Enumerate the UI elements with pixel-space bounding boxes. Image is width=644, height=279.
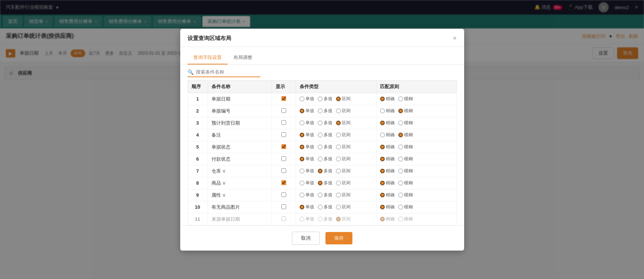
- radio-match-match_fuzzy[interactable]: 模糊: [398, 96, 413, 102]
- display-checkbox[interactable]: [281, 132, 286, 137]
- display-checkbox[interactable]: [281, 168, 286, 173]
- radio-type-type_single[interactable]: 单值: [300, 192, 314, 198]
- radio-type-type_multi[interactable]: 多值: [318, 204, 332, 210]
- radio-type-type_range[interactable]: 区间: [336, 96, 351, 102]
- cell-order: 10: [187, 201, 208, 213]
- th-order: 顺序: [187, 80, 208, 93]
- radio-type-type_multi[interactable]: 多值: [318, 216, 332, 222]
- radio-match-match_exact[interactable]: 精确: [380, 180, 395, 186]
- radio-match-match_exact[interactable]: 精确: [380, 120, 395, 126]
- match-radio-group: 精确模糊: [380, 96, 453, 102]
- cell-type: 单值多值区间: [296, 141, 376, 153]
- radio-type-type_range[interactable]: 区间: [336, 216, 351, 222]
- display-checkbox[interactable]: [281, 192, 286, 197]
- display-checkbox[interactable]: [281, 144, 286, 149]
- cell-type: 单值多值区间: [296, 165, 376, 177]
- tab-query-fields-label: 查询字段设置: [193, 55, 222, 60]
- radio-type-type_single[interactable]: 单值: [300, 180, 314, 186]
- display-checkbox[interactable]: [281, 216, 286, 221]
- radio-type-type_range[interactable]: 区间: [336, 180, 351, 186]
- radio-match-match_fuzzy[interactable]: 模糊: [398, 120, 413, 126]
- conditions-table: 顺序 条件名称 显示 条件类型 匹配原则 1单据日期单值多值区间精确模糊2单据编…: [187, 80, 457, 225]
- radio-match-match_exact[interactable]: 精确: [380, 132, 395, 138]
- display-checkbox[interactable]: [281, 96, 286, 101]
- radio-type-type_multi[interactable]: 多值: [318, 180, 332, 186]
- type-radio-group: 单值多值区间: [300, 144, 372, 150]
- radio-type-type_single[interactable]: 单值: [300, 132, 314, 138]
- cell-order: 5: [187, 141, 208, 153]
- radio-match-match_exact[interactable]: 精确: [380, 156, 395, 162]
- radio-match-match_fuzzy[interactable]: 模糊: [398, 216, 413, 222]
- radio-match-match_exact[interactable]: 精确: [380, 144, 395, 150]
- radio-match-match_fuzzy[interactable]: 模糊: [398, 108, 413, 114]
- radio-type-type_range[interactable]: 区间: [336, 192, 351, 198]
- cell-order: 1: [187, 93, 208, 105]
- radio-type-type_range[interactable]: 区间: [336, 168, 351, 174]
- dialog-footer: 取消 保存: [180, 225, 464, 251]
- radio-match-match_exact[interactable]: 精确: [380, 108, 395, 114]
- dialog-close-button[interactable]: ×: [453, 35, 457, 42]
- cancel-button[interactable]: 取消: [292, 232, 320, 245]
- match-radio-group: 精确模糊: [380, 180, 453, 186]
- display-checkbox[interactable]: [281, 108, 286, 113]
- table-row: 11来源单据日期单值多值区间精确模糊: [187, 213, 457, 225]
- radio-type-type_single[interactable]: 单值: [300, 108, 314, 114]
- radio-type-type_multi[interactable]: 多值: [318, 192, 332, 198]
- dialog-tabs: 查询字段设置 布局调整: [180, 47, 464, 65]
- radio-type-type_single[interactable]: 单值: [300, 216, 314, 222]
- radio-type-type_multi[interactable]: 多值: [318, 132, 332, 138]
- radio-type-type_multi[interactable]: 多值: [318, 168, 332, 174]
- cell-name: 单据编号: [208, 105, 272, 117]
- radio-match-match_exact[interactable]: 精确: [380, 216, 395, 222]
- radio-type-type_multi[interactable]: 多值: [318, 156, 332, 162]
- display-checkbox[interactable]: [281, 204, 286, 209]
- radio-match-match_fuzzy[interactable]: 模糊: [398, 144, 413, 150]
- radio-type-type_single[interactable]: 单值: [300, 96, 314, 102]
- radio-type-type_single[interactable]: 单值: [300, 156, 314, 162]
- cell-match: 精确模糊: [376, 141, 457, 153]
- radio-match-match_exact[interactable]: 精确: [380, 96, 395, 102]
- cell-match: 精确模糊: [376, 93, 457, 105]
- cell-order: 4: [187, 129, 208, 141]
- radio-type-type_single[interactable]: 单值: [300, 144, 314, 150]
- radio-type-type_range[interactable]: 区间: [336, 120, 351, 126]
- radio-type-type_range[interactable]: 区间: [336, 156, 351, 162]
- cell-name: 单据状态: [208, 141, 272, 153]
- save-button[interactable]: 保存: [325, 232, 352, 244]
- display-checkbox[interactable]: [281, 180, 286, 185]
- radio-match-match_fuzzy[interactable]: 模糊: [398, 180, 413, 186]
- radio-type-type_range[interactable]: 区间: [336, 204, 351, 210]
- tab-query-fields[interactable]: 查询字段设置: [187, 51, 228, 64]
- cell-type: 单值多值区间: [296, 177, 376, 189]
- radio-match-match_exact[interactable]: 精确: [380, 168, 395, 174]
- radio-match-match_fuzzy[interactable]: 模糊: [398, 192, 413, 198]
- type-radio-group: 单值多值区间: [300, 168, 372, 174]
- radio-type-type_multi[interactable]: 多值: [318, 144, 332, 150]
- cell-order: 9: [187, 189, 208, 201]
- radio-match-match_fuzzy[interactable]: 模糊: [398, 156, 413, 162]
- cell-display: [272, 165, 296, 177]
- type-radio-group: 单值多值区间: [300, 204, 372, 210]
- display-checkbox[interactable]: [281, 120, 286, 125]
- radio-match-match_exact[interactable]: 精确: [380, 192, 395, 198]
- radio-type-type_multi[interactable]: 多值: [318, 120, 332, 126]
- radio-match-match_fuzzy[interactable]: 模糊: [398, 132, 413, 138]
- radio-type-type_single[interactable]: 单值: [300, 168, 314, 174]
- radio-match-match_fuzzy[interactable]: 模糊: [398, 168, 413, 174]
- tab-layout[interactable]: 布局调整: [228, 51, 258, 64]
- radio-type-type_multi[interactable]: 多值: [318, 108, 332, 114]
- radio-type-type_range[interactable]: 区间: [336, 108, 351, 114]
- display-checkbox[interactable]: [281, 156, 286, 161]
- radio-type-type_range[interactable]: 区间: [336, 144, 351, 150]
- cell-name: 属性 ∨: [208, 189, 272, 201]
- cell-order: 2: [187, 105, 208, 117]
- radio-type-type_range[interactable]: 区间: [336, 132, 351, 138]
- radio-type-type_single[interactable]: 单值: [300, 120, 314, 126]
- cell-name: 来源单据日期: [208, 213, 272, 225]
- match-radio-group: 精确模糊: [380, 108, 453, 114]
- radio-match-match_exact[interactable]: 精确: [380, 204, 395, 210]
- radio-type-type_single[interactable]: 单值: [300, 204, 314, 210]
- radio-type-type_multi[interactable]: 多值: [318, 96, 332, 102]
- radio-match-match_fuzzy[interactable]: 模糊: [398, 204, 413, 210]
- search-input[interactable]: [196, 69, 254, 75]
